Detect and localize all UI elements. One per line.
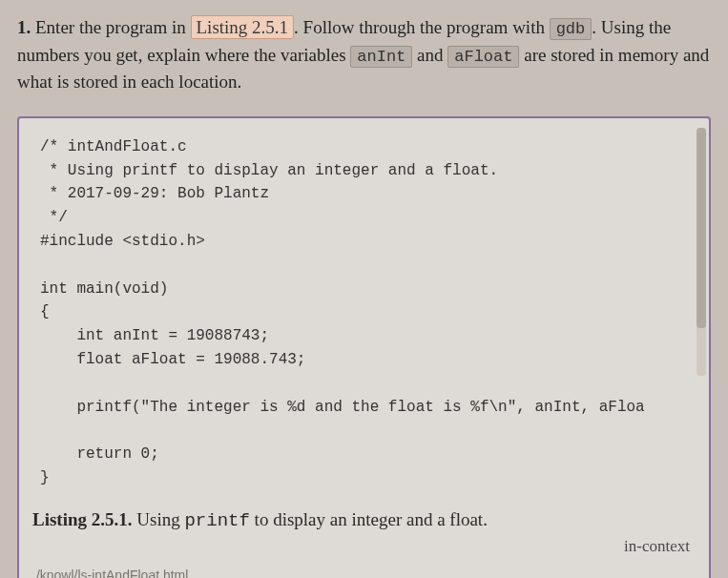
code-line-2: * Using printf to display an integer and…	[40, 162, 498, 179]
question-text: 1. Enter the program in Listing 2.5.1. F…	[17, 14, 711, 95]
question-part2: . Follow through the program with	[294, 17, 550, 37]
anInt-code: anInt	[350, 46, 412, 68]
code-line-9: int anInt = 19088743;	[40, 327, 269, 344]
code-line-1: /* intAndFloat.c	[40, 138, 187, 155]
listing-link[interactable]: Listing 2.5.1	[191, 15, 295, 39]
code-line-7: int main(void)	[40, 280, 168, 298]
code-block: /* intAndFloat.c * Using printf to displ…	[19, 118, 709, 502]
code-line-8: {	[40, 303, 50, 320]
code-line-10: float aFloat = 19088.743;	[40, 351, 305, 368]
code-line-15: }	[40, 469, 50, 486]
code-line-12: printf("The integer is %d and the float …	[40, 399, 645, 416]
listing-container: /* intAndFloat.c * Using printf to displ…	[17, 116, 711, 578]
question-part1: Enter the program in	[35, 17, 191, 37]
listing-number: Listing 2.5.1.	[32, 509, 133, 529]
listing-caption: Listing 2.5.1. Using printf to display a…	[19, 502, 709, 535]
listing-text2: to display an integer and a float.	[250, 509, 488, 529]
aFloat-code: aFloat	[447, 46, 519, 68]
listing-text1: Using	[136, 509, 184, 529]
scrollbar-vertical[interactable]	[697, 128, 706, 376]
listing-mono: printf	[184, 510, 249, 531]
question-number: 1.	[17, 17, 31, 37]
code-line-5: #include <stdio.h>	[40, 233, 205, 250]
code-line-4: */	[40, 209, 68, 226]
code-line-14: return 0;	[40, 445, 159, 463]
footer-path: ./knowl/ls-intAndFloat.html	[19, 562, 709, 578]
gdb-code: gdb	[550, 18, 593, 40]
question-part4: and	[412, 45, 447, 65]
in-context-link[interactable]: in-context	[19, 535, 709, 562]
scrollbar-thumb[interactable]	[697, 128, 706, 328]
code-line-3: * 2017-09-29: Bob Plantz	[40, 185, 269, 202]
